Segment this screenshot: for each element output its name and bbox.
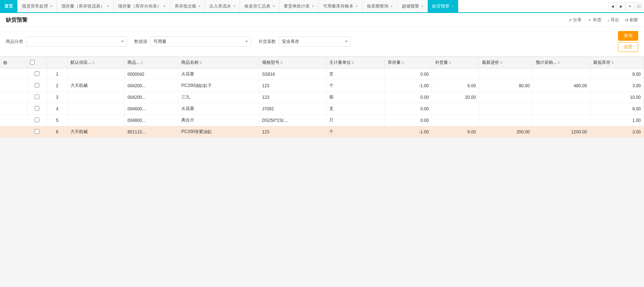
tab-close-available-ledger[interactable]: × [356, 4, 358, 8]
row-checkbox[interactable] [35, 118, 39, 122]
row-num: 3 [47, 92, 67, 103]
row-price: 80.00 [479, 80, 533, 92]
col-minstock-header: 最低库存 ⇅ [590, 57, 644, 69]
tab-item-shortage-warning[interactable]: 缺货预警× [428, 0, 458, 12]
action-buttons: 查询 设置 [618, 31, 638, 52]
row-checkbox-cell [27, 69, 47, 80]
replenish-base-select[interactable]: 安全库存 [279, 36, 351, 47]
row-checkbox[interactable] [35, 83, 39, 88]
tab-close-batch-account[interactable]: × [199, 4, 201, 8]
table-container: ⚙ 默认供应... ⇅ 商品... ⇅ [0, 57, 644, 138]
row-price [479, 115, 533, 126]
tab-close-inout-flow[interactable]: × [233, 4, 235, 8]
export-action[interactable]: ↓ 导出 [607, 17, 619, 23]
tab-close-stock-dist[interactable]: × [164, 4, 166, 8]
row-num: 5 [47, 115, 67, 126]
sort-price-icon: ⇅ [500, 61, 503, 65]
row-replenish: 20.00 [432, 92, 479, 103]
row-unit: 个 [326, 80, 385, 92]
tab-item-batch-account[interactable]: 库存批次账× [170, 0, 205, 12]
row-unit: 支 [326, 69, 385, 80]
refresh-action[interactable]: ↺ 刷新 [625, 17, 638, 23]
tab-item-batch-anomaly[interactable]: 拣货异常处理× [18, 0, 57, 12]
row-checkbox-cell [27, 103, 47, 115]
col-checkbox-header [27, 57, 47, 69]
row-settings [0, 69, 27, 80]
tab-label: 首页 [4, 3, 13, 9]
row-settings [0, 126, 27, 138]
sort-unit-icon: ⇅ [352, 61, 354, 65]
share-icon: ↗ [568, 18, 572, 23]
row-unit: 箱 [326, 92, 385, 103]
tab-close-expiry-query[interactable]: × [391, 4, 393, 8]
row-spec: 123 [259, 92, 326, 103]
main-content: 缺货预警 ↗ 分享 ＋ 补货 ↓ 导出 ↺ 刷新 商品分类 [0, 13, 644, 138]
tab-close-requisition-stat[interactable]: × [312, 4, 314, 8]
gear-icon[interactable]: ⚙ [3, 60, 8, 66]
col-settings[interactable]: ⚙ [0, 57, 27, 69]
tab-label: 现存量（库存分布表） [118, 3, 161, 9]
tab-close-shortage-warning[interactable]: × [452, 4, 454, 8]
tab-item-home[interactable]: 首页 [0, 0, 18, 12]
tab-nav-buttons: ◀ ▶ ✕ ⬜ [607, 2, 644, 10]
tab-close-stock-status[interactable]: × [107, 4, 109, 8]
settings-button[interactable]: 设置 [618, 42, 638, 52]
tab-close-all-button[interactable]: ✕ [626, 2, 634, 10]
tab-item-requisition-stat[interactable]: 要货单统计表× [279, 0, 319, 12]
col-unit-header: 主计量单位 ⇅ [326, 57, 385, 69]
tab-prev-button[interactable]: ◀ [609, 2, 617, 10]
tab-maximize-button[interactable]: ⬜ [635, 2, 643, 10]
row-code: 004200... [125, 92, 178, 103]
row-checkbox[interactable] [35, 129, 39, 134]
row-supplier [67, 115, 124, 126]
query-button[interactable]: 查询 [618, 31, 638, 41]
row-checkbox[interactable] [35, 94, 39, 99]
row-replenish [432, 115, 479, 126]
col-price-header: 最新进价 ⇅ [479, 57, 533, 69]
tab-item-receive-summary[interactable]: 收发存汇总表× [240, 0, 279, 12]
row-spec: SS816 [259, 69, 326, 80]
tab-close-receive-summary[interactable]: × [273, 4, 275, 8]
data-table: ⚙ 默认供应... ⇅ 商品... ⇅ [0, 57, 644, 138]
tab-bar: 首页拣货异常处理×现存量（库存状况表）×现存量（库存分布表）×库存批次账×出入库… [0, 0, 644, 13]
row-replenish [432, 69, 479, 80]
row-supplier: 力天机械 [67, 126, 124, 138]
tab-item-overstock-warning[interactable]: 超储预警× [397, 0, 428, 12]
refresh-icon: ↺ [625, 18, 628, 23]
tab-label: 要货单统计表 [284, 3, 310, 9]
tab-item-available-ledger[interactable]: 可用量库存账本× [319, 0, 362, 12]
row-minstock: 1.00 [590, 115, 644, 126]
datasource-label: 数据源 [134, 39, 147, 45]
sort-code-icon: ⇅ [140, 61, 143, 65]
row-settings [0, 115, 27, 126]
tab-item-inout-flow[interactable]: 出入库流水× [205, 0, 240, 12]
tab-label: 缺货预警 [432, 3, 449, 9]
row-num: 4 [47, 103, 67, 115]
row-forecast [533, 103, 590, 115]
tab-item-stock-status[interactable]: 现存量（库存状况表）× [57, 0, 114, 12]
category-select[interactable] [26, 36, 127, 47]
col-name-header: 商品名称 ⇅ [178, 57, 259, 69]
share-action[interactable]: ↗ 分享 [568, 17, 582, 23]
replenish-action[interactable]: ＋ 补货 [587, 17, 601, 23]
table-header: ⚙ 默认供应... ⇅ 商品... ⇅ [0, 57, 644, 69]
table-row: 3 004200... 三九 123 箱 0.00 20.00 10.00 [0, 92, 644, 103]
col-stock-header: 库存量 ⇅ [385, 57, 432, 69]
tab-close-overstock-warning[interactable]: × [421, 4, 423, 8]
select-all-checkbox[interactable] [30, 60, 35, 65]
tab-next-button[interactable]: ▶ [617, 2, 625, 10]
page-title: 缺货预警 [6, 17, 27, 23]
export-icon: ↓ [607, 18, 609, 23]
row-name: 火花塞 [178, 69, 259, 80]
tab-close-batch-anomaly[interactable]: × [50, 4, 52, 8]
tab-item-stock-dist[interactable]: 现存量（库存分布表）× [114, 0, 170, 12]
row-checkbox[interactable] [35, 71, 39, 76]
category-filter: 商品分类 [6, 36, 127, 47]
row-minstock: 8.00 [590, 69, 644, 80]
tab-item-expiry-query[interactable]: 保质期查询× [362, 0, 397, 12]
row-checkbox[interactable] [35, 106, 39, 111]
filter-bar: 商品分类 数据源 可用量 补货基数 安全库存 [0, 27, 644, 57]
row-stock: -1.00 [385, 126, 432, 138]
datasource-select[interactable]: 可用量 [150, 36, 251, 47]
row-forecast: 1200.00 [533, 126, 590, 138]
